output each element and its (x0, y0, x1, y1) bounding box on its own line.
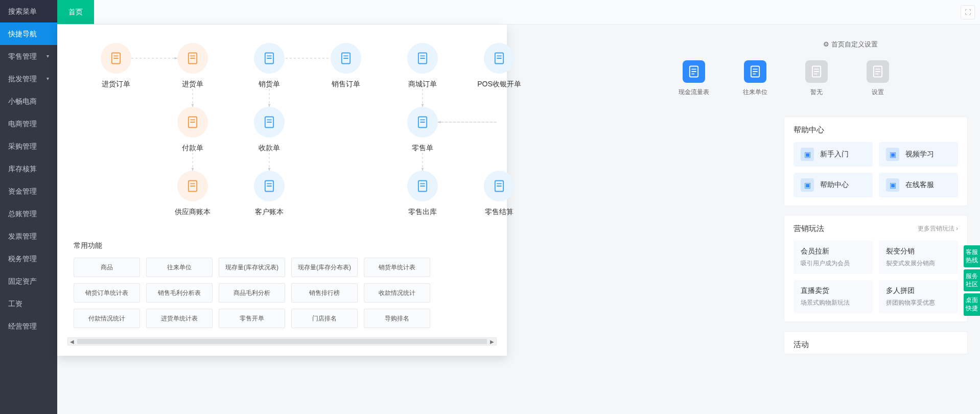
common-functions-title: 常用功能 (74, 241, 497, 250)
common-function-button[interactable]: 往来单位 (146, 258, 213, 277)
marketing-item-sub: 吸引用户成为会员 (801, 259, 866, 268)
out-stock-icon (407, 171, 438, 201)
common-function-button[interactable]: 付款情况统计 (74, 309, 140, 328)
flow-node[interactable]: 客户账本 (231, 171, 308, 217)
marketing-item-sub: 裂变式发展分销商 (886, 259, 951, 268)
flow-node-label: 销货单 (231, 80, 308, 89)
common-function-button[interactable]: 销货单统计表 (364, 258, 430, 277)
common-function-button[interactable]: 进货单统计表 (146, 309, 213, 328)
sidebar-item-label: 固定资产 (8, 270, 37, 292)
video-icon: ▣ (886, 148, 899, 161)
fullscreen-icon: ⛶ (965, 9, 971, 16)
floating-tag[interactable]: 客服热线 (964, 245, 980, 267)
common-function-button[interactable]: 商品毛利分析 (219, 283, 285, 303)
common-function-button[interactable]: 零售开单 (219, 309, 285, 328)
doc-money-icon (683, 60, 705, 83)
sidebar-item[interactable]: 零售管理▾ (0, 45, 57, 67)
marketing-item[interactable]: 多人拼团拼团购物享受优惠 (879, 280, 958, 313)
list-icon (407, 43, 438, 74)
flow-node-label: 进货单 (154, 80, 231, 89)
sidebar-item[interactable]: 发票管理 (0, 225, 57, 247)
building-icon (744, 60, 766, 83)
sidebar-item[interactable]: 税务管理 (0, 247, 57, 270)
shortcut-item[interactable]: 现金流量表 (679, 60, 709, 97)
floating-actions: 客服热线服务社区桌面快捷 (964, 245, 980, 318)
flow-node-label: 收款单 (231, 144, 308, 153)
common-function-button[interactable]: 现存量(库存分布表) (291, 258, 358, 277)
sidebar-item[interactable]: 工资 (0, 292, 57, 315)
scroll-left-arrow[interactable]: ◀ (68, 339, 76, 344)
flow-node[interactable]: POS收银开单 (461, 43, 538, 89)
scroll-right-arrow[interactable]: ▶ (488, 339, 496, 344)
sidebar-item[interactable]: 批发管理▾ (0, 67, 57, 90)
flow-node-label: 零售结算 (461, 208, 538, 217)
sidebar-item[interactable]: 采购管理 (0, 135, 57, 157)
scroll-thumb[interactable] (77, 339, 487, 344)
floating-tag[interactable]: 服务社区 (964, 269, 980, 291)
flow-node[interactable]: 付款单 (154, 107, 231, 153)
help-center-title: 帮助中心 (794, 125, 824, 135)
marketing-item[interactable]: 裂变分销裂变式发展分销商 (879, 241, 958, 274)
sidebar-item[interactable]: 电商管理 (0, 112, 57, 135)
tab-home[interactable]: 首页 (57, 0, 94, 24)
floating-tag[interactable]: 桌面快捷 (964, 293, 980, 315)
help-item[interactable]: ▣在线客服 (879, 173, 958, 197)
common-functions-grid: 商品往来单位现存量(库存状况表)现存量(库存分布表)销货单统计表销货订单统计表销… (67, 258, 497, 328)
sidebar-item[interactable]: 总账管理 (0, 202, 57, 225)
sidebar-item[interactable]: 库存核算 (0, 157, 57, 180)
flow-node[interactable]: 零售出库 (384, 171, 461, 217)
common-function-button[interactable]: 销售毛利分析表 (146, 283, 213, 303)
sidebar-item[interactable]: 小畅电商 (0, 90, 57, 112)
fullscreen-button[interactable]: ⛶ (961, 5, 975, 19)
flow-diagram: 进货订单进货单销货单销售订单商城订单POS收银开单付款单收款单零售单供应商账本客… (67, 43, 497, 237)
flow-node[interactable]: 进货单 (154, 43, 231, 89)
flow-node[interactable]: 销货单 (231, 43, 308, 89)
flow-node[interactable]: 零售单 (384, 107, 461, 153)
flow-node[interactable]: 零售结算 (461, 171, 538, 217)
help-center-card: 帮助中心 ▣新手入门▣视频学习▣帮助中心▣在线客服 (784, 117, 968, 206)
flow-node[interactable]: 销售订单 (308, 43, 384, 89)
flow-node[interactable]: 收款单 (231, 107, 308, 153)
sidebar-item[interactable]: 固定资产 (0, 270, 57, 292)
sidebar-item[interactable]: 快捷导航 (0, 22, 57, 45)
marketing-item-title: 会员拉新 (801, 247, 866, 256)
marketing-item[interactable]: 直播卖货场景式购物新玩法 (794, 280, 873, 313)
flow-node-label: 销售订单 (308, 80, 384, 89)
sidebar-item-label: 税务管理 (8, 247, 37, 270)
help-item-label: 新手入门 (820, 150, 849, 159)
common-function-button[interactable]: 现存量(库存状况表) (219, 258, 285, 277)
shortcut-item[interactable]: 往来单位 (740, 60, 771, 97)
help-item[interactable]: ▣视频学习 (879, 142, 958, 167)
shortcut-item[interactable]: 暂无 (801, 60, 832, 97)
common-function-button[interactable]: 销售排行榜 (291, 283, 358, 303)
flow-node[interactable]: 供应商账本 (154, 171, 231, 217)
sidebar-item-label: 快捷导航 (8, 22, 37, 45)
home-custom-settings-link[interactable]: ⚙ 首页自定义设置 (823, 40, 878, 49)
sidebar-item[interactable]: 经营管理 (0, 315, 57, 337)
sidebar-item[interactable]: 资金管理 (0, 180, 57, 202)
common-function-button[interactable]: 导购排名 (364, 309, 430, 328)
help-item[interactable]: ▣帮助中心 (794, 173, 873, 197)
headset-icon: ▣ (886, 178, 899, 192)
common-function-button[interactable]: 收款情况统计 (364, 283, 430, 303)
sidebar-search-label: 搜索菜单 (8, 0, 37, 22)
horizontal-scrollbar[interactable]: ◀ ▶ (67, 337, 497, 346)
flow-node[interactable]: 进货订单 (78, 43, 154, 89)
marketing-item-sub: 场景式购物新玩法 (801, 298, 866, 307)
flow-node[interactable]: 商城订单 (384, 43, 461, 89)
shortcut-item[interactable]: 设置 (862, 60, 893, 97)
shortcut-label: 现金流量表 (679, 88, 709, 97)
shortcut-label: 暂无 (801, 88, 832, 97)
common-function-button[interactable]: 商品 (74, 258, 140, 277)
list-icon (331, 43, 361, 74)
marketing-item[interactable]: 会员拉新吸引用户成为会员 (794, 241, 873, 274)
placeholder-icon (805, 60, 828, 83)
common-function-button[interactable]: 门店排名 (291, 309, 358, 328)
gear-icon (867, 60, 889, 83)
common-function-button[interactable]: 销货订单统计表 (74, 283, 140, 303)
tab-bar: 首页 ⛶ (57, 0, 980, 25)
marketing-more-link[interactable]: 更多营销玩法 › (918, 224, 958, 233)
sidebar-search[interactable]: 搜索菜单 (0, 0, 57, 22)
chevron-down-icon: ▾ (46, 67, 49, 90)
help-item[interactable]: ▣新手入门 (794, 142, 873, 167)
